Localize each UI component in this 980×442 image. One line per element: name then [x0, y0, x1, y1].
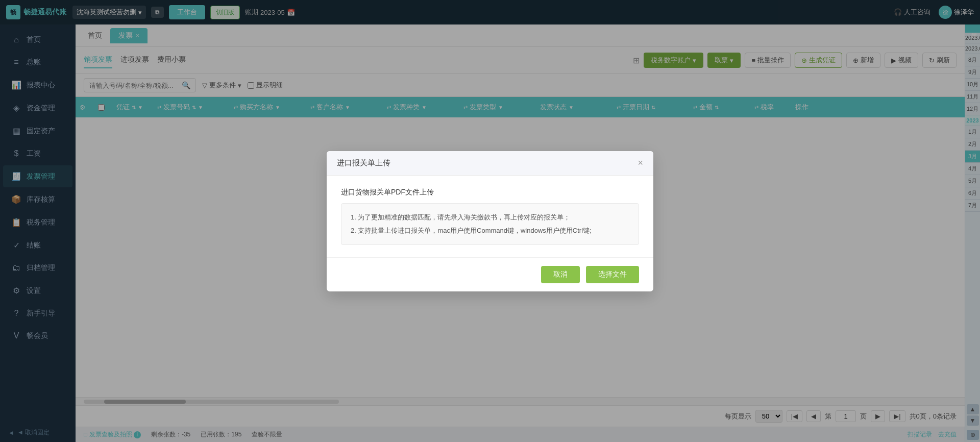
modal-close-button[interactable]: ×: [638, 158, 643, 167]
modal-info-box: 1. 为了更加精准的数据匹配，请先录入海关缴款书，再上传对应的报关单； 2. 支…: [341, 203, 639, 245]
modal-header: 进口报关单上传 ×: [327, 151, 653, 176]
modal-footer: 取消 选择文件: [327, 257, 653, 291]
modal-body: 进口货物报关单PDF文件上传 1. 为了更加精准的数据匹配，请先录入海关缴款书，…: [327, 176, 653, 257]
modal-info-list: 1. 为了更加精准的数据匹配，请先录入海关缴款书，再上传对应的报关单； 2. 支…: [351, 211, 629, 237]
modal-select-file-button[interactable]: 选择文件: [586, 266, 639, 283]
modal-info-item-0: 1. 为了更加精准的数据匹配，请先录入海关缴款书，再上传对应的报关单；: [351, 211, 629, 224]
import-modal: 进口报关单上传 × 进口货物报关单PDF文件上传 1. 为了更加精准的数据匹配，…: [327, 151, 653, 291]
modal-info-item-1: 2. 支持批量上传进口报关单，mac用户使用Command键，windows用户…: [351, 224, 629, 237]
modal-overlay: 进口报关单上传 × 进口货物报关单PDF文件上传 1. 为了更加精准的数据匹配，…: [0, 0, 980, 442]
modal-cancel-button[interactable]: 取消: [541, 266, 580, 283]
modal-section-title: 进口货物报关单PDF文件上传: [341, 188, 639, 197]
modal-title: 进口报关单上传: [337, 158, 390, 168]
